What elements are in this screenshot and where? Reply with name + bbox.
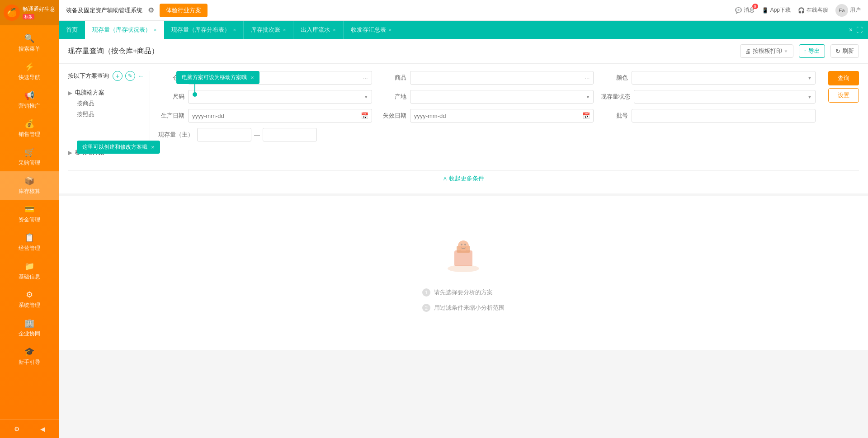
filter-field-batch: 批号	[601, 109, 816, 122]
hint-step-2: 2 用过滤条件来缩小分析范围	[422, 302, 505, 314]
sidebar-item-quick-nav[interactable]: ⚡ 快速导航	[0, 57, 59, 86]
color-select[interactable]	[632, 71, 816, 85]
tab-inventory-status[interactable]: 现存量（库存状况表） ×	[85, 21, 164, 39]
hint-step-1: 1 请先选择要分析的方案	[422, 287, 505, 298]
page-header-actions: 🖨 按模板打印 ▼ ↑ 导出 ↻ 刷新	[740, 44, 859, 58]
scheme-group-pc: ▶ 电脑端方案 按商品 按照品	[68, 87, 144, 120]
product-dots[interactable]: ···	[585, 75, 590, 81]
refresh-icon: ↻	[835, 48, 840, 55]
logo-text: 畅通通好生意 标版	[23, 5, 55, 20]
create-tooltip: 这里可以创建和修改方案哦 ×	[77, 141, 160, 154]
print-btn[interactable]: 🖨 按模板打印 ▼	[740, 44, 793, 58]
svg-point-3	[458, 240, 469, 251]
search-menu-icon: 🔍	[24, 33, 34, 43]
scheme-pc-toggle[interactable]: ▶	[68, 89, 72, 96]
tooltip2-close-btn[interactable]: ×	[151, 144, 155, 151]
filter-field-product: 商品 ···	[379, 71, 594, 85]
system-icon: ⚙	[26, 290, 33, 300]
origin-select[interactable]	[410, 90, 594, 104]
operation-icon: 📋	[24, 233, 34, 243]
inventory-amount-max[interactable]	[263, 128, 317, 141]
sidebar-item-operation[interactable]: 📋 经营管理	[0, 228, 59, 257]
sidebar-settings-btn[interactable]: ⚙	[14, 425, 20, 433]
marketing-icon: 📢	[24, 90, 34, 100]
export-btn[interactable]: ↑ 导出	[799, 44, 826, 58]
scheme-item-by-photo[interactable]: 按照品	[68, 109, 144, 120]
expiry-date-wrapper: 📅	[410, 109, 594, 122]
system-title: 装备及固定资产辅助管理系统	[66, 6, 142, 14]
svg-point-5	[464, 244, 466, 245]
filter-field-prod-date: 生产日期 📅	[157, 109, 372, 122]
search-btn[interactable]: 查询	[828, 71, 859, 85]
sidebar-nav: 🔍 搜索菜单 ⚡ 快速导航 📢 营销推广 💰 销售管理 🛒 采购管理 📦 库存核…	[0, 25, 59, 419]
tooltip1-close-btn[interactable]: ×	[250, 74, 254, 81]
tab-home[interactable]: 首页	[59, 26, 85, 34]
tab-close-in-out-flow[interactable]: ×	[333, 27, 335, 33]
refresh-btn[interactable]: ↻ 刷新	[830, 44, 859, 58]
collapse-bar[interactable]: ∧ 收起更多条件	[68, 170, 859, 186]
tab-in-out-flow[interactable]: 出入库流水 ×	[293, 21, 343, 39]
set-btn[interactable]: 设置	[828, 88, 859, 103]
filter-edit-btn[interactable]: ✎	[125, 71, 135, 81]
prod-date-wrapper: 📅	[188, 109, 372, 122]
tab-close-inventory-status[interactable]: ×	[154, 27, 156, 33]
origin-select-wrapper: ▼	[410, 90, 594, 104]
product-input-wrapper[interactable]: ···	[410, 71, 594, 85]
phone-icon: 📱	[762, 7, 769, 14]
empty-state: 1 请先选择要分析的方案 2 用过滤条件来缩小分析范围	[59, 196, 868, 350]
notification-btn[interactable]: 💬 消息 9	[735, 6, 755, 14]
empty-hint: 1 请先选择要分析的方案 2 用过滤条件来缩小分析范围	[422, 287, 505, 314]
sidebar-item-basic[interactable]: 📁 基础信息	[0, 257, 59, 285]
warehouse-dots[interactable]: ···	[363, 75, 368, 81]
empty-illustration	[441, 232, 486, 278]
tab-inventory-dist[interactable]: 现存量（库存分布表） ×	[164, 21, 243, 39]
sidebar-item-guide[interactable]: 🎓 新手引导	[0, 342, 59, 371]
batch-input[interactable]	[632, 109, 816, 122]
user-btn[interactable]: Ea 用户	[835, 4, 861, 17]
tab-maximize-btn[interactable]: ⛶	[856, 26, 863, 33]
online-support-btn[interactable]: 🎧 在线客服	[798, 6, 828, 14]
expiry-date-input[interactable]	[410, 109, 594, 122]
scheme-mobile-toggle[interactable]: ▶	[68, 149, 72, 156]
enterprise-icon: 🏢	[24, 318, 34, 328]
industry-btn[interactable]: 体验行业方案	[160, 4, 208, 17]
svg-point-4	[461, 244, 462, 245]
tab-close-receive-summary[interactable]: ×	[389, 27, 392, 33]
prod-date-input[interactable]	[188, 109, 372, 122]
sidebar-item-purchase[interactable]: 🛒 采购管理	[0, 143, 59, 171]
filter-field-expiry-date: 失效日期 📅	[379, 109, 594, 122]
inventory-amount-min[interactable]	[197, 128, 251, 141]
filter-row-3: 生产日期 📅 失效日期 📅	[157, 109, 816, 122]
sidebar-item-inventory[interactable]: 📦 库存核算	[0, 171, 59, 200]
scheme-item-by-product[interactable]: 按商品	[68, 98, 144, 109]
user-avatar: Ea	[835, 4, 848, 17]
filter-add-btn[interactable]: +	[113, 71, 123, 81]
sidebar-logo[interactable]: 🍊 畅通通好生意 标版	[0, 0, 59, 25]
tab-close-batch-account[interactable]: ×	[283, 27, 286, 33]
export-icon: ↑	[804, 48, 807, 55]
tab-close-all-btn[interactable]: ×	[849, 26, 853, 33]
sidebar-item-enterprise[interactable]: 🏢 企业协同	[0, 314, 59, 342]
sidebar-item-sales[interactable]: 💰 销售管理	[0, 114, 59, 143]
main-content: 装备及固定资产辅助管理系统 ⚙ 体验行业方案 💬 消息 9 📱 App下载 🎧 …	[59, 0, 868, 438]
sales-icon: 💰	[24, 119, 34, 129]
sidebar-item-finance[interactable]: 💳 资金管理	[0, 200, 59, 228]
inventory-status-select[interactable]	[634, 90, 816, 104]
guide-icon: 🎓	[24, 347, 34, 357]
sidebar-item-system[interactable]: ⚙ 系统管理	[0, 285, 59, 314]
app-download-btn[interactable]: 📱 App下载	[762, 6, 791, 14]
basic-icon: 📁	[24, 261, 34, 271]
sidebar-item-search-menu[interactable]: 🔍 搜索菜单	[0, 29, 59, 57]
tab-batch-account[interactable]: 库存批次账 ×	[244, 21, 293, 39]
tab-close-inventory-dist[interactable]: ×	[233, 27, 236, 33]
filter-row-4: 现存量（主） —	[157, 128, 816, 141]
tab-receive-summary[interactable]: 收发存汇总表 ×	[344, 21, 399, 39]
filter-field-inventory-status: 现存量状态 ▼	[601, 90, 816, 104]
sidebar-bottom: ⚙ ◀	[0, 419, 59, 438]
sidebar-item-marketing[interactable]: 📢 营销推广	[0, 86, 59, 114]
sidebar-collapse-btn[interactable]: ◀	[40, 425, 45, 433]
scheme-group-pc-header[interactable]: ▶ 电脑端方案	[68, 87, 144, 98]
filter-left-arrow-btn[interactable]: ←	[138, 72, 144, 80]
settings-icon[interactable]: ⚙	[148, 6, 154, 14]
scheme-list: ▶ 电脑端方案 按商品 按照品 这里可以创建和修改方案哦 ×	[68, 87, 144, 158]
